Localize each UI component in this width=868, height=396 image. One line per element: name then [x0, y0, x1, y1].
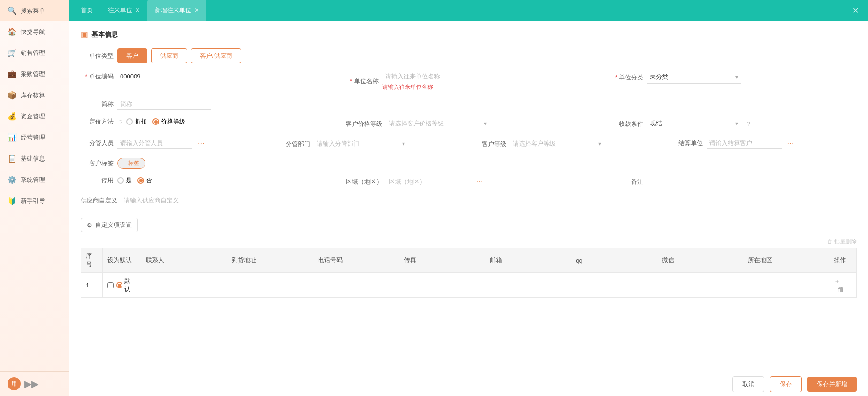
cell-phone[interactable] [313, 273, 399, 298]
customer-price-level-select[interactable]: 请选择客户价格等级 ▾ [386, 117, 489, 130]
phone-input[interactable] [318, 280, 394, 291]
settlement-more-btn[interactable]: ··· [787, 139, 793, 148]
form-row-supplier-custom: 供应商自定义 [81, 195, 857, 206]
table-header-row: 序号 设为默认 联系人 到货地址 电话号码 传真 邮箱 qq 微信 所在地区 操… [81, 248, 857, 273]
tab-new-partner[interactable]: 新增往来单位 ✕ [147, 0, 206, 21]
cancel-button[interactable]: 取消 [732, 376, 764, 392]
sidebar-item-basic[interactable]: 📋 基础信息 [0, 148, 69, 169]
purchase-icon: 💼 [8, 70, 17, 78]
sidebar-item-search[interactable]: 🔍 搜索菜单 [0, 0, 69, 21]
cell-fax[interactable] [399, 273, 485, 298]
tab-home[interactable]: 首页 [73, 0, 100, 21]
section-title-icon: ▣ [81, 30, 88, 39]
sidebar-item-purchase[interactable]: 💼 采购管理 [0, 63, 69, 85]
sidebar-item-operation[interactable]: 📊 经营管理 [0, 127, 69, 148]
cell-contact[interactable] [141, 273, 227, 298]
unit-code-label: 单位编码 [81, 72, 114, 81]
region-input[interactable] [386, 176, 471, 187]
remark-input[interactable] [647, 176, 857, 187]
contact-input[interactable] [146, 280, 222, 291]
department-chevron: ▾ [402, 140, 405, 147]
region-table-input[interactable] [748, 280, 824, 291]
sales-icon: 🛒 [8, 48, 17, 57]
cell-email[interactable] [485, 273, 571, 298]
cell-default: 默认 [102, 273, 141, 298]
cell-action: ＋ 🗑 [829, 273, 857, 298]
sidebar-item-quick-nav[interactable]: 🏠 快捷导航 [0, 21, 69, 42]
row-checkbox[interactable] [107, 282, 114, 288]
form-row-disabled: 停用 是 否 区域（地区） ··· 备注 [81, 176, 857, 187]
default-radio[interactable]: 默认 [116, 277, 137, 294]
radio-discount[interactable]: 折扣 [126, 117, 147, 126]
customer-price-chevron: ▾ [484, 120, 487, 127]
sidebar-item-label: 资金管理 [21, 112, 45, 121]
col-address: 到货地址 [227, 248, 313, 273]
pricing-help-icon[interactable]: ? [119, 118, 122, 125]
default-radio-circle [116, 282, 123, 288]
sidebar-item-sales[interactable]: 🛒 销售管理 [0, 42, 69, 63]
remark-label: 备注 [610, 178, 643, 186]
payment-help-icon[interactable]: ? [746, 120, 750, 127]
tab-partners[interactable]: 往来单位 ✕ [100, 0, 147, 21]
sidebar: 🔍 搜索菜单 🏠 快捷导航 🛒 销售管理 💼 采购管理 📦 库存核算 💰 资金管… [0, 0, 69, 396]
delete-row-btn[interactable]: 🗑 [838, 286, 844, 293]
radio-discount-label: 折扣 [135, 117, 147, 126]
field-region: 区域（地区） ··· [346, 176, 592, 187]
unit-type-supplier-btn[interactable]: 供应商 [151, 48, 187, 63]
col-default: 设为默认 [102, 248, 141, 273]
customer-level-select[interactable]: 请选择客户等级 ▾ [510, 138, 604, 150]
table-row: 1 默认 [81, 273, 857, 298]
field-supplier-custom: 供应商自定义 [81, 195, 857, 206]
qq-input[interactable] [576, 280, 652, 291]
radio-price-level[interactable]: 价格等级 [152, 117, 185, 126]
save-add-button[interactable]: 保存并新增 [807, 377, 857, 392]
unit-type-both-btn[interactable]: 客户/供应商 [191, 48, 241, 63]
unit-name-input[interactable] [382, 71, 486, 82]
payment-terms-select[interactable]: 现结 ▾ [647, 117, 741, 130]
col-wechat: 微信 [657, 248, 743, 273]
save-button[interactable]: 保存 [770, 376, 802, 392]
cell-qq[interactable] [571, 273, 657, 298]
section-title-text: 基本信息 [91, 31, 118, 39]
add-tag-btn[interactable]: + 标签 [117, 158, 145, 169]
manager-more-btn[interactable]: ··· [198, 139, 204, 148]
address-input[interactable] [232, 280, 308, 291]
email-input[interactable] [490, 280, 566, 291]
tab-close-all[interactable]: ✕ [847, 6, 864, 15]
department-select[interactable]: 请输入分管部门 ▾ [314, 138, 408, 150]
footer-bar: 取消 保存 保存并新增 [69, 372, 868, 396]
sidebar-item-label: 采购管理 [21, 70, 45, 78]
unit-category-select[interactable]: 未分类 ▾ [647, 71, 741, 84]
field-unit-category: 单位分类 未分类 ▾ [610, 71, 857, 84]
radio-no[interactable]: 否 [137, 176, 152, 185]
radio-yes[interactable]: 是 [117, 176, 132, 185]
cell-region[interactable] [743, 273, 829, 298]
batch-delete-btn[interactable]: 🗑 批量删除 [81, 238, 857, 246]
unit-type-customer-btn[interactable]: 客户 [117, 48, 147, 63]
unit-code-input[interactable] [117, 71, 211, 82]
cell-wechat[interactable] [657, 273, 743, 298]
expand-icon[interactable]: ▶▶ [24, 378, 38, 389]
cell-address[interactable] [227, 273, 313, 298]
tab-new-partner-close[interactable]: ✕ [194, 7, 199, 14]
radio-yes-label: 是 [126, 176, 132, 185]
sidebar-item-inventory[interactable]: 📦 库存核算 [0, 85, 69, 106]
sidebar-item-guide[interactable]: 🔰 新手引导 [0, 190, 69, 211]
disabled-radio-group: 是 否 [117, 176, 152, 185]
sidebar-item-finance[interactable]: 💰 资金管理 [0, 106, 69, 127]
supplier-custom-input[interactable] [121, 195, 224, 206]
abbreviation-input[interactable] [117, 99, 211, 110]
manager-input[interactable] [117, 138, 192, 149]
unit-type-label: 单位类型 [81, 52, 114, 60]
settlement-unit-input[interactable] [707, 138, 782, 149]
tab-partners-label: 往来单位 [108, 6, 132, 15]
custom-settings-btn[interactable]: ⚙ 自定义项设置 [81, 218, 138, 232]
cell-index: 1 [81, 273, 103, 298]
add-row-btn[interactable]: ＋ [834, 277, 840, 285]
wechat-input[interactable] [662, 280, 738, 291]
tab-partners-close[interactable]: ✕ [135, 7, 140, 14]
fax-input[interactable] [404, 280, 480, 291]
region-more-btn[interactable]: ··· [476, 178, 482, 186]
sidebar-item-system[interactable]: ⚙️ 系统管理 [0, 169, 69, 190]
tab-bar: 首页 往来单位 ✕ 新增往来单位 ✕ ✕ [69, 0, 868, 21]
